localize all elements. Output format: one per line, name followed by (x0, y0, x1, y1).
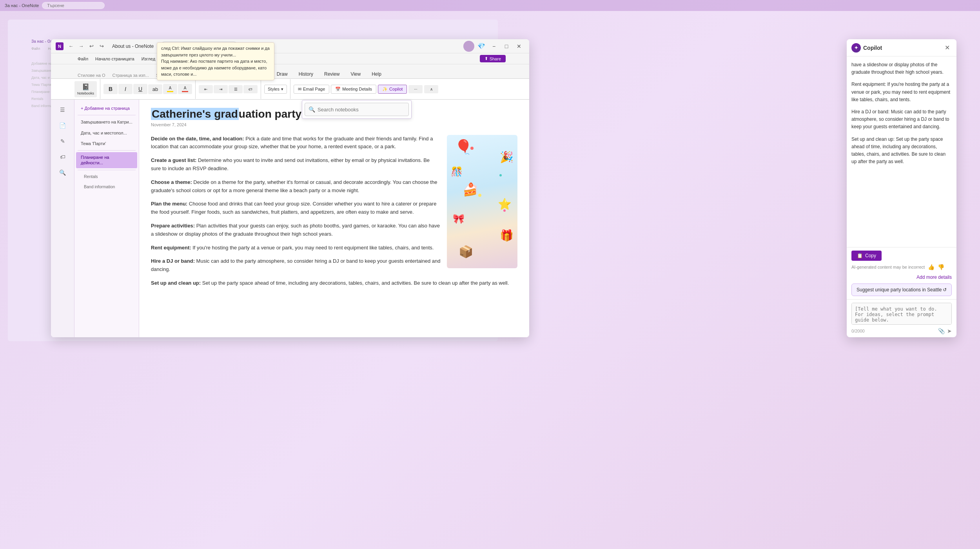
thumbs-up-btn[interactable]: 👍 (928, 264, 935, 270)
highlight-icon: A (169, 86, 172, 90)
tab-view[interactable]: View (345, 69, 366, 78)
copilot-textarea[interactable] (851, 303, 952, 325)
section-cleanup-label: Set up and clean up: (151, 280, 201, 286)
page-item-3[interactable]: Планиране на дейности... (76, 152, 137, 168)
add-page-btn[interactable]: + Добавяне на страница (76, 103, 137, 113)
highlight-indicator (167, 91, 173, 92)
note-party-image: 🎈 🎉 🎊 🍰 ⭐ 🎀 🎁 📦 (447, 135, 517, 268)
os-app-label: За нас - OneNote (5, 3, 39, 8)
copilot-actions: 📋 Copy AI-generated content may be incor… (847, 247, 956, 299)
ribbon-notebook-btn[interactable]: 📓 Notebooks (74, 81, 97, 97)
user-avatar[interactable] (463, 41, 474, 52)
maximize-button[interactable]: □ (501, 42, 512, 50)
sidebar-page-btn[interactable]: 📄 (54, 118, 71, 133)
gem-icon-btn[interactable]: 💎 (477, 42, 485, 50)
onenote-app-icon: N (56, 42, 64, 50)
sidebar-tags-btn[interactable]: 🏷 (54, 150, 71, 164)
strikethrough-btn[interactable]: ab (148, 84, 162, 94)
ribbon-styles-top[interactable]: Стилове на О (74, 72, 109, 78)
share-button[interactable]: ⬆ Share (480, 55, 506, 62)
forward-button[interactable]: → (77, 42, 85, 51)
font-color-icon: A (184, 86, 187, 90)
os-search-input[interactable] (42, 2, 105, 9)
section-dj-label: Hire a DJ or band: (151, 258, 195, 264)
suggest-locations-btn[interactable]: Suggest unique party locations in Seattl… (851, 284, 952, 296)
font-color-btn[interactable]: A (178, 84, 192, 94)
section-activities-label: Prepare activities: (151, 223, 195, 229)
tab-help[interactable]: Help (367, 69, 387, 78)
copilot-body-text-4: Set up and clean up: Set up the party sp… (851, 136, 952, 166)
indent-btn[interactable]: ⇤ (199, 85, 213, 93)
menu-home[interactable]: Начало страницата (92, 56, 138, 62)
section-menu-label: Plan the menu: (151, 201, 187, 207)
notebook-icon: 📓 (82, 83, 90, 91)
menu-file[interactable]: Файл (74, 56, 91, 62)
window-title: About us - OneNote (112, 44, 154, 49)
minimize-button[interactable]: − (488, 42, 499, 50)
send-btn[interactable]: ➤ (947, 328, 952, 334)
align-btn[interactable]: ☰ (229, 85, 243, 93)
note-editor[interactable]: Catherine's graduation party November 7,… (139, 100, 529, 337)
main-content: ☰ 📄 ✎ 🏷 🔍 + Добавяне на страница Завършв… (51, 100, 529, 337)
undo-button[interactable]: ↩ (87, 42, 96, 51)
more-options-btn[interactable]: ··· (408, 85, 423, 93)
tab-draw[interactable]: Draw (272, 69, 293, 78)
font-color-indicator (182, 91, 188, 92)
char-count: 0/2000 (851, 329, 865, 333)
thumbs-down-btn[interactable]: 👎 (938, 264, 944, 270)
page-list-divider (78, 115, 136, 115)
copilot-title: ✦ Copilot (851, 43, 882, 53)
tab-review[interactable]: Review (319, 69, 345, 78)
menu-view[interactable]: Изглед (138, 56, 158, 62)
copilot-body[interactable]: have a slideshow or display photos of th… (847, 56, 956, 247)
outdent-btn[interactable]: ⇥ (214, 85, 228, 93)
copy-button[interactable]: 📋 Copy (851, 251, 882, 261)
copilot-body-text-2: Rent equipment: If you're hosting the pa… (851, 81, 952, 104)
attach-btn[interactable]: 📎 (938, 328, 945, 334)
ribbon-page-top[interactable]: Страница за изп... (109, 72, 152, 78)
underline-btn[interactable]: U (133, 84, 147, 94)
menu-right: ⬆ Share (480, 55, 506, 62)
redo-button[interactable]: ↪ (97, 42, 106, 51)
page-item-1[interactable]: Дата, час и местопол... (76, 128, 137, 138)
page-item-0[interactable]: Завършването на Катри... (76, 117, 137, 127)
copilot-ribbon-btn[interactable]: ✨ Copilot (378, 85, 407, 94)
copy-icon: 📋 (857, 253, 863, 258)
add-more-details-link[interactable]: Add more details (916, 273, 952, 282)
party-balloon: 🎈 (455, 139, 472, 155)
italic-btn[interactable]: I (118, 84, 132, 94)
tags-btn[interactable]: 🏷 (243, 85, 258, 93)
copilot-icon: ✦ (851, 43, 861, 53)
page-item-band[interactable]: Band information (76, 182, 137, 192)
email-page-btn[interactable]: ✉ Email Page (294, 85, 329, 94)
title-bar-right: 💎 − □ ✕ (463, 41, 524, 52)
copy-btn-row: 📋 Copy (851, 251, 952, 261)
sidebar-hamburger-btn[interactable]: ☰ (54, 103, 71, 117)
email-icon: ✉ (298, 87, 301, 92)
collapse-ribbon-btn[interactable]: ∧ (424, 85, 438, 93)
confetti-4 (503, 209, 506, 212)
page-item-2[interactable]: Тема 'Парти' (76, 138, 137, 149)
sidebar-edit-btn[interactable]: ✎ (54, 134, 71, 148)
search-input-wrap: 🔍 (305, 103, 409, 116)
search-notebooks-panel: 🔍 (302, 100, 412, 119)
styles-dropdown[interactable]: Styles ▾ (264, 85, 287, 94)
page-item-rentals[interactable]: Rentals (76, 172, 137, 182)
copilot-input-footer: 0/2000 📎 ➤ (851, 328, 952, 334)
styles-label: Styles (268, 87, 279, 91)
meeting-details-btn[interactable]: 📅 Meeting Details (331, 85, 376, 94)
ribbon-tabs: Стилове на О Страница за изп... Somethin… (51, 64, 529, 78)
tab-history[interactable]: History (294, 69, 318, 78)
back-button[interactable]: ← (67, 42, 75, 51)
section-guest-label: Create a guest list: (151, 157, 196, 163)
highlight-btn[interactable]: A (163, 84, 177, 94)
copilot-close-button[interactable]: ✕ (942, 43, 952, 53)
section-rent-label: Rent equipment: (151, 245, 191, 251)
search-notebooks-input[interactable] (305, 103, 409, 116)
sidebar-search-btn[interactable]: 🔍 (54, 165, 71, 180)
window-controls: − □ ✕ (488, 42, 524, 50)
close-button[interactable]: ✕ (514, 42, 524, 50)
page-list-divider-3 (78, 170, 136, 170)
bold-btn[interactable]: B (103, 84, 118, 94)
confetti-1 (470, 147, 474, 150)
